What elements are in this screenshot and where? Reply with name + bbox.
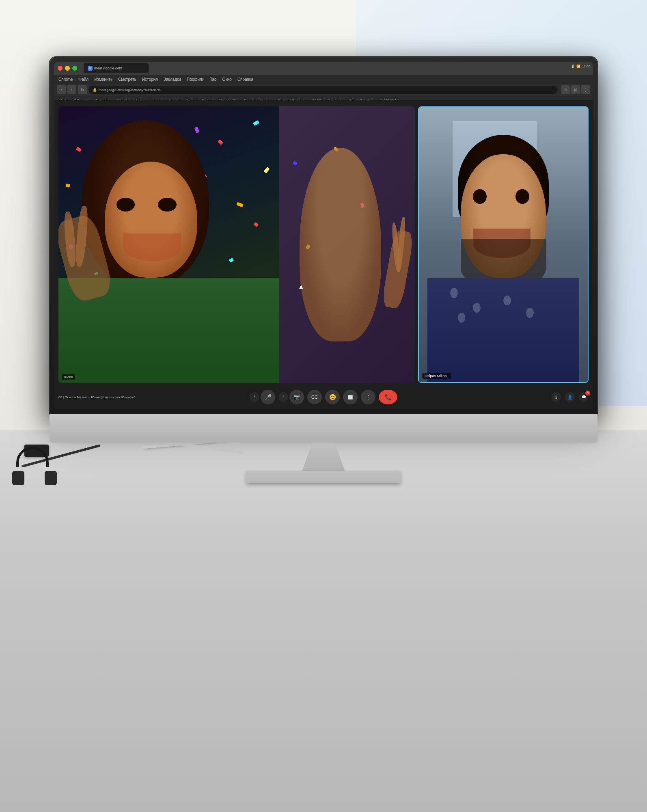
- battery-icon: 🔋: [571, 65, 575, 68]
- browser-top-bar: M meet.google.com 🔋 📶 12:06: [54, 62, 593, 75]
- address-bar-row: ‹ › ↻ 🔒 meet.google.com/dag-icoh-hhy?aut…: [54, 84, 593, 96]
- bookmark-star[interactable]: ☆: [561, 85, 570, 94]
- menu-view[interactable]: Смотреть: [118, 77, 136, 82]
- meet-right-icons: ℹ 👤 💬 3: [551, 392, 589, 402]
- menu-dots[interactable]: ⋮: [581, 85, 590, 94]
- tab-favicon: M: [88, 66, 93, 71]
- menu-help[interactable]: Справка: [237, 77, 253, 82]
- name-label-right: Osipov Mikhail: [422, 373, 451, 379]
- participants-button[interactable]: 👤: [565, 392, 575, 402]
- tab-label: meet.google.com: [94, 66, 122, 70]
- name-label-left: Юлия: [62, 374, 75, 380]
- video-tile-right: Osipov Mikhail: [418, 106, 589, 383]
- video-split-second: [279, 106, 415, 383]
- imac-bezel: M meet.google.com 🔋 📶 12:06 Chrome: [50, 57, 597, 414]
- system-tray: 🔋 📶 12:06: [568, 62, 593, 71]
- clock: 12:06: [582, 65, 590, 68]
- participant-count-badge: 3: [585, 391, 590, 395]
- info-button[interactable]: ℹ: [551, 392, 561, 402]
- browser-tab[interactable]: M meet.google.com: [84, 63, 149, 73]
- menu-chrome[interactable]: Chrome: [58, 77, 73, 82]
- room-background: M meet.google.com 🔋 📶 12:06 Chrome: [0, 0, 647, 812]
- emoji-button[interactable]: 😊: [325, 390, 340, 404]
- menu-file[interactable]: Файл: [79, 77, 89, 82]
- meet-session-info: 06 | Осипов Михаил | Юлия (Коуч-сессия 6…: [58, 395, 136, 399]
- menu-profiles[interactable]: Профили: [187, 77, 205, 82]
- imac-screen: M meet.google.com 🔋 📶 12:06 Chrome: [54, 62, 593, 409]
- imac-chin: [50, 414, 597, 443]
- more-options-button[interactable]: ⋮: [361, 390, 375, 404]
- browser-chrome: M meet.google.com 🔋 📶 12:06 Chrome: [54, 62, 593, 100]
- camera-chevron-up[interactable]: ^: [278, 392, 288, 402]
- end-call-button[interactable]: 📞: [379, 390, 397, 404]
- reload-button[interactable]: ↻: [78, 85, 87, 94]
- forward-button[interactable]: ›: [67, 85, 76, 94]
- imac-stand-base: [246, 471, 401, 483]
- wifi-icon: 📶: [576, 65, 580, 68]
- menu-edit[interactable]: Изменить: [94, 77, 112, 82]
- chat-button[interactable]: 💬 3: [579, 392, 589, 402]
- browser-menu-bar: Chrome Файл Изменить Смотреть История За…: [54, 75, 593, 84]
- url-text: meet.google.com/dag-icoh-hhy?authuser=0: [99, 88, 162, 92]
- back-button[interactable]: ‹: [57, 85, 66, 94]
- traffic-light-close[interactable]: [58, 66, 63, 71]
- meet-controls-bar: 06 | Осипов Михаил | Юлия (Коуч-сессия 6…: [54, 385, 593, 409]
- menu-bookmarks[interactable]: Закладки: [164, 77, 181, 82]
- menu-window[interactable]: Окно: [222, 77, 232, 82]
- extensions-icon[interactable]: ⊞: [571, 85, 580, 94]
- session-label: 06 | Осипов Михаил | Юлия (Коуч-сессия 6…: [58, 395, 136, 399]
- menu-history[interactable]: История: [142, 77, 158, 82]
- address-input[interactable]: 🔒 meet.google.com/dag-icoh-hhy?authuser=…: [88, 86, 558, 94]
- traffic-light-minimize[interactable]: [65, 66, 70, 71]
- mic-chevron-up[interactable]: ^: [250, 392, 259, 402]
- present-button[interactable]: ⬜: [343, 390, 358, 404]
- meet-content: Юлия: [54, 100, 593, 409]
- imac: M meet.google.com 🔋 📶 12:06 Chrome: [50, 57, 597, 503]
- video-tile-left: Юлия: [58, 106, 415, 383]
- mic-button[interactable]: 🎤: [261, 390, 275, 404]
- mic-controls: ^ 🎤: [250, 390, 275, 404]
- video-grid: Юлия: [58, 106, 589, 383]
- traffic-light-expand[interactable]: [72, 66, 77, 71]
- camera-controls: ^ 📷: [278, 390, 304, 404]
- imac-stand-neck: [295, 443, 352, 475]
- camera-button[interactable]: 📷: [289, 390, 304, 404]
- menu-tab[interactable]: Tab: [210, 77, 217, 82]
- captions-button[interactable]: CC: [307, 390, 322, 404]
